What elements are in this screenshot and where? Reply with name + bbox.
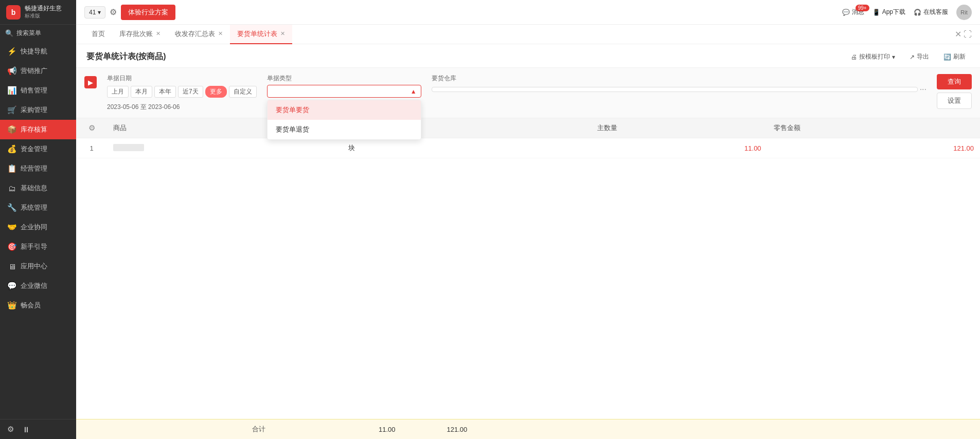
user-avatar[interactable]: Rit <box>956 5 972 20</box>
print-label: 按模板打印 <box>859 52 890 61</box>
search-icon: 🔍 <box>5 29 13 37</box>
date-quick-btns: 上月 本月 本年 近7天 更多 自定义 <box>107 86 257 98</box>
tab-stock-summary-close[interactable]: ✕ <box>218 30 223 37</box>
page-header: 要货单统计表(按商品) 🖨 按模板打印 ▾ ↗ 导出 🔄 刷新 <box>76 44 980 68</box>
filter-expand-btn[interactable]: ▶ <box>84 76 97 88</box>
order-goods-label: 要货单要货 <box>276 106 309 114</box>
app-download-btn[interactable]: 📱 App下载 <box>872 8 905 16</box>
industry-btn[interactable]: 体验行业方案 <box>121 5 175 20</box>
tab-bar: 首页 库存批次账 ✕ 收发存汇总表 ✕ 要货单统计表 ✕ ✕ ⛶ <box>76 25 980 44</box>
app-name: 畅捷通好生意 <box>25 5 62 13</box>
warehouse-more-icon[interactable]: ··· <box>920 85 926 94</box>
tab-batch-account[interactable]: 库存批次账 ✕ <box>112 25 168 44</box>
message-btn[interactable]: 💬 消息 99+ <box>842 8 864 16</box>
sidebar-item-label: 基础信息 <box>21 184 47 193</box>
logo-icon: b <box>6 5 21 20</box>
btn-last-7days[interactable]: 近7天 <box>178 86 203 98</box>
export-label: 导出 <box>917 52 929 61</box>
service-btn[interactable]: 🎧 在线客服 <box>914 8 948 16</box>
sidebar-item-operation[interactable]: 📋 经营管理 <box>0 159 76 178</box>
close-all-tabs[interactable]: ✕ ⛶ <box>955 29 972 39</box>
table-footer: 合计 11.00 121.00 <box>76 419 980 439</box>
sidebar-item-member[interactable]: 👑 畅会员 <box>0 296 76 315</box>
app-icon: 📱 <box>872 9 880 16</box>
footer-amount: 121.00 <box>447 426 468 433</box>
th-gear: ⚙ <box>76 118 107 138</box>
th-quantity: 主数量 <box>591 118 768 138</box>
topbar-right: 💬 消息 99+ 📱 App下载 🎧 在线客服 Rit <box>842 5 972 20</box>
dropdown-item-order-return[interactable]: 要货单退货 <box>268 120 421 139</box>
sidebar-item-enterprise[interactable]: 🤝 企业协同 <box>0 217 76 237</box>
dropdown-item-order-goods[interactable]: 要货单要货 <box>268 100 421 120</box>
sidebar-item-system[interactable]: 🔧 系统管理 <box>0 198 76 217</box>
topbar-gear-icon[interactable]: ⚙ <box>110 7 117 17</box>
chevron-down-icon: ▾ <box>98 9 101 16</box>
main-area: 41 ▾ ⚙ 体验行业方案 💬 消息 99+ 📱 App下载 🎧 在线客服 Ri… <box>76 0 980 439</box>
sidebar-item-basic[interactable]: 🗂 基础信息 <box>0 178 76 198</box>
sidebar-item-finance[interactable]: 💰 资金管理 <box>0 139 76 159</box>
btn-custom-date[interactable]: 自定义 <box>229 86 257 98</box>
cell-product <box>107 138 342 158</box>
table-row: 1 块 11.00 121.00 <box>76 138 980 158</box>
export-btn[interactable]: ↗ 导出 <box>905 50 933 63</box>
product-name-placeholder <box>113 144 144 151</box>
collapse-icon[interactable]: ⏸ <box>22 425 30 434</box>
tab-batch-account-close[interactable]: ✕ <box>156 30 161 37</box>
sidebar-item-label: 销售管理 <box>21 86 47 95</box>
warehouse-selector[interactable] <box>432 87 918 92</box>
btn-this-year[interactable]: 本年 <box>154 86 176 98</box>
btn-this-month[interactable]: 本月 <box>131 86 152 98</box>
operation-icon: 📋 <box>7 164 16 173</box>
wechat-icon: 💬 <box>7 281 16 290</box>
search-label: 搜索菜单 <box>16 29 41 38</box>
system-icon: 🔧 <box>7 203 16 212</box>
query-btn[interactable]: 查询 <box>937 74 972 89</box>
refresh-btn[interactable]: 🔄 刷新 <box>939 50 970 63</box>
sidebar-search[interactable]: 🔍 搜索菜单 <box>0 25 76 42</box>
sidebar-item-wechat[interactable]: 💬 企业微信 <box>0 276 76 296</box>
tab-order-stats[interactable]: 要货单统计表 ✕ <box>230 25 292 44</box>
tab-stock-summary[interactable]: 收发存汇总表 ✕ <box>168 25 230 44</box>
btn-last-month[interactable]: 上月 <box>107 86 129 98</box>
filter-bar: ▶ 单据日期 上月 本月 本年 近7天 更多 自定义 2023-05-06 至 … <box>76 68 980 118</box>
service-icon: 🎧 <box>914 9 921 16</box>
tab-order-stats-label: 要货单统计表 <box>237 29 277 39</box>
sales-icon: 📊 <box>7 86 16 95</box>
sidebar-item-quick-nav[interactable]: ⚡ 快捷导航 <box>0 42 76 61</box>
data-table: ⚙ 商品 主计量单位 主数量 零售金额 1 块 <box>76 118 980 158</box>
column-settings-icon[interactable]: ⚙ <box>88 123 95 132</box>
sidebar-item-guide[interactable]: 🎯 新手引导 <box>0 237 76 257</box>
sidebar-item-sales[interactable]: 📊 销售管理 <box>0 81 76 100</box>
tab-stock-summary-label: 收发存汇总表 <box>175 29 215 39</box>
sidebar: b 畅捷通好生意 标准版 🔍 搜索菜单 ⚡ 快捷导航 📢 营销推广 📊 销售管理… <box>0 0 76 439</box>
message-icon: 💬 <box>842 9 850 16</box>
type-selector[interactable]: ▲ <box>267 85 421 98</box>
tab-order-stats-close[interactable]: ✕ <box>280 30 285 37</box>
settings-footer-icon[interactable]: ⚙ <box>7 425 14 434</box>
date-range-display: 2023-05-06 至 2023-06-06 <box>107 103 257 112</box>
print-btn[interactable]: 🖨 按模板打印 ▾ <box>847 50 899 63</box>
btn-more-dates[interactable]: 更多 <box>205 86 227 98</box>
page-title: 要货单统计表(按商品) <box>86 51 166 62</box>
guide-icon: 🎯 <box>7 242 16 251</box>
selector-value: 41 <box>89 9 96 16</box>
member-icon: 👑 <box>7 301 16 310</box>
sidebar-item-inventory[interactable]: 📦 库存核算 <box>0 120 76 139</box>
chevron-up-icon: ▲ <box>411 88 417 95</box>
print-chevron: ▾ <box>892 53 895 61</box>
settings-btn[interactable]: 设置 <box>937 93 972 109</box>
type-input[interactable] <box>272 87 411 95</box>
sidebar-item-purchase[interactable]: 🛒 采购管理 <box>0 100 76 120</box>
refresh-icon: 🔄 <box>943 53 951 61</box>
company-selector[interactable]: 41 ▾ <box>84 6 105 19</box>
tab-home[interactable]: 首页 <box>84 25 112 44</box>
app-label: App下载 <box>882 8 905 16</box>
sidebar-item-label: 企业协同 <box>21 223 47 232</box>
cell-seq: 1 <box>76 138 107 158</box>
quick-nav-icon: ⚡ <box>7 47 16 56</box>
sidebar-item-appstore[interactable]: 🖥 应用中心 <box>0 257 76 276</box>
sidebar-item-label: 库存核算 <box>21 125 47 134</box>
app-version: 标准版 <box>25 12 62 20</box>
tab-home-label: 首页 <box>92 29 105 39</box>
sidebar-item-marketing[interactable]: 📢 营销推广 <box>0 61 76 81</box>
